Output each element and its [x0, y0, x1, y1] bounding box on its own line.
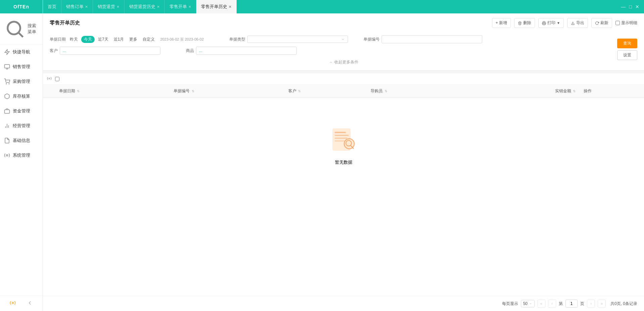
tab-retail-open-history-label: 零售开单历史 — [201, 4, 227, 10]
maximize-btn[interactable]: □ — [629, 4, 632, 9]
sidebar-item-operations[interactable]: 经营管理 — [0, 118, 43, 133]
tab-sales-return[interactable]: 销货退货 ✕ — [93, 0, 125, 13]
svg-point-13 — [12, 302, 14, 304]
date-option-more[interactable]: 更多 — [127, 36, 139, 43]
per-page-select[interactable]: 50 — [521, 300, 535, 307]
doc-type-filter-group: 单据类型 — [229, 36, 348, 43]
tab-sales-return-history-close[interactable]: ✕ — [157, 5, 160, 9]
date-range-text: 2023-06-02 至 2023-06-02 — [160, 37, 204, 42]
th-salesperson[interactable]: 导购员 ⇅ — [366, 85, 465, 98]
sidebar-item-inventory[interactable]: 库存核算 — [0, 89, 43, 104]
sidebar-bottom — [0, 296, 43, 311]
prev-page-btn[interactable]: ‹ — [548, 300, 556, 308]
sidebar-item-5-label: 经营管理 — [13, 123, 30, 129]
pagination-bar: 每页显示 50 « ‹ 第 页 › » 共0页, 0条记录 — [43, 296, 644, 311]
sidebar-item-3-label: 库存核算 — [13, 93, 30, 99]
sort-no-icon: ⇅ — [192, 89, 194, 93]
tab-sales-order[interactable]: 销售订单 ✕ — [61, 0, 93, 13]
minimize-btn[interactable]: — — [621, 4, 626, 9]
sidebar-item-sys-mgmt[interactable]: 系统管理 — [0, 148, 43, 163]
sidebar-item-base-info[interactable]: 基础信息 — [0, 133, 43, 148]
sidebar-item-quick-nav[interactable]: 快捷导航 — [0, 45, 43, 59]
sidebar-item-1-label: 销售管理 — [13, 64, 30, 70]
sidebar-item-finance[interactable]: 资金管理 — [0, 104, 43, 118]
brand-text: OfTEn — [13, 4, 29, 9]
tab-retail-open[interactable]: 零售开单 ✕ — [165, 0, 196, 13]
page-summary: 共0页, 0条记录 — [610, 301, 637, 307]
sidebar: OfTEn 搜索菜单 快捷导航 销售管理 采购管理 库存核算 资金管理 — [0, 0, 43, 311]
svg-rect-3 — [5, 65, 10, 68]
collapse-button[interactable]: 收起更多条件 — [329, 59, 358, 65]
collapse-label: 收起更多条件 — [334, 59, 358, 65]
goods-ellipsis: ... — [199, 48, 294, 53]
sidebar-item-purchase-mgmt[interactable]: 采购管理 — [0, 74, 43, 89]
page-title: 零售开单历史 — [50, 20, 80, 26]
tab-sales-order-label: 销售订单 — [66, 4, 84, 10]
add-button[interactable]: + 新增 — [492, 18, 511, 28]
data-table: 单据日期 ⇅ 单据编号 ⇅ 客户 ⇅ 导购员 ⇅ — [43, 85, 644, 98]
last-page-btn[interactable]: » — [598, 300, 606, 308]
date-option-custom[interactable]: 自定义 — [141, 36, 157, 43]
table-header-row: 单据日期 ⇅ 单据编号 ⇅ 客户 ⇅ 导购员 ⇅ — [43, 85, 644, 98]
th-no[interactable]: 单据编号 ⇅ — [169, 85, 284, 98]
customer-filter-group: 客户 ... — [50, 47, 160, 55]
th-date[interactable]: 单据日期 ⇅ — [55, 85, 169, 98]
date-filter-group: 单据日期 昨天 今天 近7天 近1月 更多 自定义 2023-06-02 至 2… — [50, 36, 204, 43]
tab-home[interactable]: 首页 — [43, 0, 61, 13]
query-button[interactable]: 查询 — [617, 39, 637, 48]
show-detail-toggle[interactable]: 显示明细 — [615, 20, 637, 26]
close-btn[interactable]: ✕ — [635, 4, 639, 9]
tab-sales-return-close[interactable]: ✕ — [116, 5, 119, 9]
delete-button[interactable]: 删除 — [514, 18, 535, 28]
filter-row-1: 单据日期 昨天 今天 近7天 近1月 更多 自定义 2023-06-02 至 2… — [50, 35, 637, 43]
print-dropdown-icon: ▼ — [557, 21, 560, 25]
date-option-last7[interactable]: 近7天 — [96, 36, 110, 43]
date-option-last-month[interactable]: 近1月 — [112, 36, 126, 43]
next-page-btn[interactable]: › — [587, 300, 595, 308]
refresh-icon — [595, 21, 599, 25]
date-option-today[interactable]: 今天 — [81, 36, 95, 43]
refresh-label: 刷新 — [600, 20, 608, 26]
filter-row-2: 客户 ... 商品 ... — [50, 47, 637, 55]
customer-select[interactable]: ... — [60, 47, 160, 55]
quick-nav-icon — [4, 49, 10, 55]
show-detail-checkbox[interactable] — [615, 21, 620, 25]
settings-query-button[interactable]: 设置 — [617, 50, 637, 60]
export-button[interactable]: 导出 — [567, 18, 588, 28]
print-label: 打印 — [547, 20, 555, 26]
tab-retail-open-history-close[interactable]: ✕ — [229, 5, 232, 9]
sidebar-settings-icon[interactable] — [10, 300, 16, 307]
sidebar-collapse-icon[interactable] — [27, 300, 33, 307]
print-button[interactable]: 打印 ▼ — [538, 18, 564, 28]
brand-logo: OfTEn — [0, 0, 43, 13]
content-area: 零售开单历史 + 新增 删除 打印 — [43, 13, 644, 311]
th-amount[interactable]: 实销金额 ⇅ — [465, 85, 580, 98]
doc-no-input[interactable] — [382, 35, 482, 43]
svg-rect-19 — [335, 135, 349, 136]
purchase-mgmt-icon — [4, 79, 10, 85]
page-number-input[interactable] — [565, 300, 578, 308]
table-settings-icon[interactable] — [47, 76, 52, 82]
sidebar-item-sales-mgmt[interactable]: 销售管理 — [0, 59, 43, 74]
sidebar-item-2-label: 采购管理 — [13, 79, 30, 85]
goods-select[interactable]: ... — [196, 47, 297, 55]
tab-home-label: 首页 — [48, 4, 56, 10]
refresh-button[interactable]: 刷新 — [591, 18, 612, 28]
tab-retail-open-history[interactable]: 零售开单历史 ✕ — [196, 0, 237, 13]
tab-retail-open-close[interactable]: ✕ — [188, 5, 191, 9]
date-option-yesterday[interactable]: 昨天 — [68, 36, 80, 43]
tab-sales-order-close[interactable]: ✕ — [85, 5, 88, 9]
svg-rect-14 — [543, 23, 545, 25]
page-label: 第 — [559, 301, 563, 307]
select-all-checkbox[interactable] — [55, 77, 59, 81]
filter-area: 单据日期 昨天 今天 近7天 近1月 更多 自定义 2023-06-02 至 2… — [50, 31, 637, 70]
doc-type-select[interactable] — [247, 36, 348, 43]
search-icon — [4, 18, 26, 40]
th-customer[interactable]: 客户 ⇅ — [284, 85, 366, 98]
tab-retail-open-label: 零售开单 — [169, 4, 187, 10]
first-page-btn[interactable]: « — [537, 300, 545, 308]
tab-sales-return-history[interactable]: 销货退货历史 ✕ — [125, 0, 165, 13]
print-icon — [542, 21, 546, 25]
sidebar-search[interactable]: 搜索菜单 — [0, 13, 43, 45]
window-controls: — □ ✕ — [621, 4, 644, 9]
